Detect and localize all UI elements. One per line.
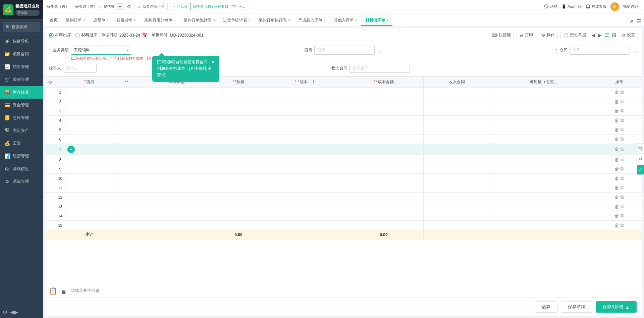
row-delete-btn[interactable]: 🗑	[614, 90, 619, 95]
row-copy-btn[interactable]: ⧉	[621, 213, 624, 219]
row-delete-btn[interactable]: 🗑	[614, 127, 619, 132]
row-delete-btn[interactable]: 🗑	[614, 99, 619, 104]
tab-close-all[interactable]: ✕	[630, 18, 634, 24]
row-delete-btn[interactable]: 🗑	[614, 166, 619, 172]
tab-goods-in[interactable]: 进货单 ×	[89, 15, 113, 26]
row-quantity-cell[interactable]	[212, 88, 265, 97]
topbar-tag-haoyecai[interactable]: 好业财（首）	[75, 4, 97, 9]
sidebar-item-accounting[interactable]: 📒 总账管理	[0, 111, 43, 124]
tab-other-in[interactable]: 其他入库单 ×	[330, 15, 361, 26]
row-quantity-cell[interactable]	[212, 211, 265, 221]
sidebar-item-shortcut[interactable]: ⚡ 快捷导航	[0, 35, 43, 48]
list-view-btn[interactable]: ☰	[604, 32, 609, 38]
row-project-cell[interactable]	[65, 193, 113, 202]
topbar-app-download[interactable]: 📱 App下载	[561, 4, 582, 9]
tab-goods-return[interactable]: 进退货单 ×	[113, 15, 140, 26]
nav-next-btn[interactable]: ▶	[598, 33, 602, 38]
sidebar-item-basic-info[interactable]: 🗂 基础信息	[0, 162, 43, 175]
row-material-cell[interactable]	[113, 116, 140, 125]
topbar-tag-haoshengyi[interactable]: 好生意（首）	[47, 4, 69, 9]
row-copy-btn[interactable]: ⧉	[621, 89, 624, 95]
cost-info-icon[interactable]: ℹ	[313, 80, 314, 84]
row-delete-btn[interactable]: 🗑	[614, 213, 619, 219]
topbar-tag-yidaizhang[interactable]: 易代账	[104, 4, 115, 9]
row-project-cell[interactable]	[65, 125, 113, 135]
row-delete-btn[interactable]: 🗑	[614, 108, 619, 114]
income-contract-input[interactable]: 收入合同	[350, 64, 410, 73]
sidebar-collapse-btn[interactable]: ◀▶	[10, 309, 18, 315]
nav-prev-btn[interactable]: ◀	[592, 33, 595, 38]
search-menu-button[interactable]: 🔍 搜索菜单	[3, 22, 40, 32]
row-copy-btn[interactable]: ⧉	[621, 108, 624, 114]
row-copy-btn[interactable]: ⧉	[621, 127, 624, 132]
row-material-cell[interactable]	[113, 135, 140, 144]
row-quantity-cell[interactable]	[212, 97, 265, 106]
topbar-username[interactable]: 畅捷通8号	[623, 4, 640, 9]
row-material-cell[interactable]	[113, 174, 140, 183]
row-project-cell[interactable]	[65, 116, 113, 125]
right-tool-attach[interactable]: 📎	[637, 143, 644, 153]
row-copy-btn[interactable]: ⧉	[621, 185, 624, 191]
tab-close-other-in[interactable]: ×	[355, 18, 357, 22]
sidebar-item-inventory[interactable]: 📦 库存核算	[0, 86, 43, 99]
row-copy-btn[interactable]: ⧉	[621, 175, 624, 181]
row-project-cell[interactable]	[65, 97, 113, 106]
row-copy-btn[interactable]: ⧉	[621, 136, 624, 142]
row-quantity-cell[interactable]	[212, 106, 265, 116]
tooltip-close-btn[interactable]: ✕	[211, 59, 215, 65]
row-project-cell[interactable]	[65, 88, 113, 97]
warehouse-input[interactable]: 仓库	[570, 46, 630, 55]
row-project-cell[interactable]	[65, 106, 113, 116]
discard-button[interactable]: 放弃	[535, 301, 557, 313]
row-copy-btn[interactable]: ⧉	[621, 222, 624, 228]
sidebar-item-project[interactable]: 📁 项目合同	[0, 48, 43, 60]
row-copy-btn[interactable]: ⧉	[621, 157, 624, 162]
row-quantity-cell[interactable]	[212, 116, 265, 125]
row-copy-btn[interactable]: ⧉	[621, 99, 624, 104]
project-input[interactable]: 项目	[314, 46, 375, 55]
row-copy-btn[interactable]: ⧉	[621, 166, 624, 172]
sidebar-item-fixed-assets[interactable]: 🏗 固定资产	[0, 124, 43, 137]
row-quantity-cell[interactable]	[212, 164, 265, 174]
tab-close-purchase-exec[interactable]: ×	[288, 18, 290, 22]
row-delete-btn[interactable]: 🗑	[614, 176, 619, 181]
row-material-cell[interactable]	[113, 155, 140, 164]
row-quantity-cell[interactable]	[212, 155, 265, 164]
sidebar-item-purchase[interactable]: 🛒 采购管理	[0, 73, 43, 86]
tab-goods-stat[interactable]: 进货单统计表 ×	[219, 15, 255, 26]
row-delete-btn[interactable]: 🗑	[614, 137, 619, 142]
row-project-cell[interactable]: +	[65, 144, 113, 155]
row-delete-btn[interactable]: 🗑	[614, 223, 619, 228]
topbar-message[interactable]: 💬 消息	[544, 4, 557, 9]
right-tool-check[interactable]: ✓	[637, 165, 644, 175]
row-delete-btn[interactable]: 🗑	[614, 118, 619, 123]
row-quantity-cell[interactable]	[212, 135, 265, 144]
row-material-cell[interactable]	[113, 211, 140, 221]
tab-close-purchase-stat[interactable]: ×	[213, 18, 215, 22]
tab-purchase-order[interactable]: 采购订单 ×	[62, 15, 89, 26]
tab-home[interactable]: 首页	[46, 15, 62, 26]
tab-close-goods-return[interactable]: ×	[134, 18, 136, 22]
row-quantity-cell[interactable]	[212, 221, 265, 230]
row-material-cell[interactable]	[113, 106, 140, 116]
tab-material-out[interactable]: 材料出库单 ×	[361, 15, 393, 26]
row-material-cell[interactable]	[113, 164, 140, 174]
tab-list[interactable]: ☰	[637, 18, 641, 24]
tab-close-goods-stat[interactable]: ×	[249, 18, 251, 22]
row-delete-btn[interactable]: 🗑	[614, 195, 619, 200]
row-quantity-cell[interactable]	[212, 174, 265, 183]
tab-purchase-stat[interactable]: 采购订单统计表 ×	[179, 15, 219, 26]
project-dots-btn[interactable]: …	[378, 48, 383, 53]
tab-product-in[interactable]: 产成品入库单 ×	[294, 15, 330, 26]
row-quantity-cell[interactable]	[212, 193, 265, 202]
tab-close-goods-in[interactable]: ×	[107, 18, 109, 22]
operations-btn[interactable]: ⚙ 操作	[539, 31, 558, 39]
sidebar-item-sales[interactable]: 📈 销售管理	[0, 60, 43, 73]
topbar-gear-icon[interactable]: ⚙	[127, 4, 131, 9]
handler-input[interactable]: 经手人	[63, 64, 97, 73]
row-delete-btn[interactable]: 🗑	[614, 204, 619, 209]
note-input[interactable]	[70, 287, 638, 294]
shortcut-btn[interactable]: ⌨ 快捷键	[489, 31, 514, 39]
history-btn[interactable]: 🕐 历史单据	[560, 31, 589, 39]
row-project-cell[interactable]	[65, 174, 113, 183]
